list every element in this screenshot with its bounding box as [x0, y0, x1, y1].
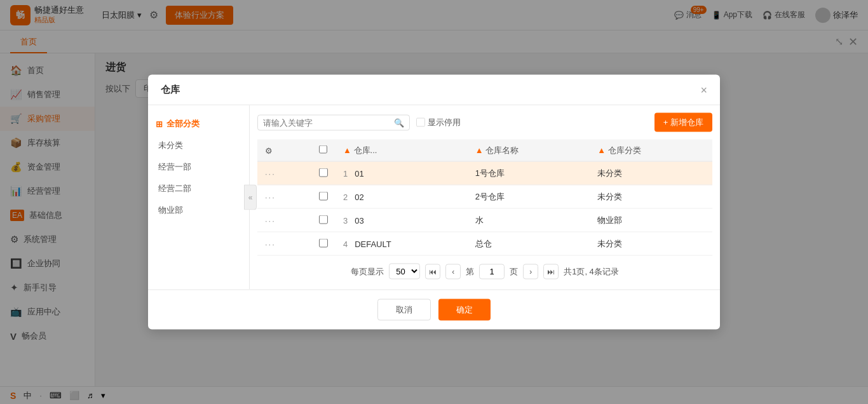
- pagination: 每页显示 50 ⏮ ‹ 第 页 › ⏭ 共1页, 4条记录: [257, 256, 712, 282]
- warehouse-modal: 仓库 × ⊞ 全部分类 未分类 经营一部 经营二部 物业部 « 🔍: [148, 75, 720, 330]
- row-checkbox[interactable]: [319, 215, 328, 224]
- confirm-btn[interactable]: 确定: [438, 299, 491, 321]
- modal-footer: 取消 确定: [148, 290, 720, 330]
- row-category-cell: 未分类: [590, 161, 712, 185]
- row-ellipsis[interactable]: ···: [257, 208, 311, 232]
- category-item-ops1[interactable]: 经营一部: [148, 156, 249, 178]
- modal-title: 仓库: [161, 84, 180, 96]
- category-item-ops2[interactable]: 经营二部: [148, 178, 249, 199]
- row-checkbox[interactable]: [319, 191, 328, 200]
- row-name-cell: 总仓: [468, 232, 590, 255]
- row-ellipsis[interactable]: ···: [257, 185, 311, 208]
- row-num-cell: 2 02: [336, 185, 468, 208]
- page-label: 第: [466, 266, 474, 277]
- search-input[interactable]: [263, 118, 394, 127]
- th-category: ▲ 仓库分类: [590, 140, 712, 162]
- new-warehouse-btn[interactable]: + 新增仓库: [654, 113, 712, 132]
- show-disabled-checkbox[interactable]: [416, 118, 425, 127]
- row-category-cell: 未分类: [590, 185, 712, 208]
- last-page-btn[interactable]: ⏭: [543, 264, 559, 279]
- prev-page-btn[interactable]: ‹: [445, 264, 461, 279]
- category-grid-icon: ⊞: [156, 119, 163, 128]
- cancel-btn[interactable]: 取消: [377, 299, 431, 321]
- row-ellipsis[interactable]: ···: [257, 161, 311, 185]
- per-page-label: 每页显示: [351, 266, 384, 277]
- th-code: ▲ 仓库...: [336, 140, 468, 162]
- th-settings: ⚙: [257, 140, 311, 162]
- current-page-input[interactable]: [479, 264, 505, 279]
- page-summary: 共1页, 4条记录: [564, 266, 619, 277]
- row-checkbox-cell: [311, 185, 336, 208]
- table-row[interactable]: ··· 4 DEFAULT 总仓 未分类: [257, 232, 712, 255]
- row-name-cell: 水: [468, 208, 590, 232]
- category-header-label: 全部分类: [166, 118, 200, 130]
- sort-icon-code: ▲: [343, 145, 351, 155]
- next-page-btn[interactable]: ›: [523, 264, 538, 279]
- show-disabled-label: 显示停用: [428, 117, 461, 128]
- row-num-cell: 4 DEFAULT: [336, 232, 468, 255]
- first-page-btn[interactable]: ⏮: [425, 264, 440, 279]
- row-name-cell: 2号仓库: [468, 185, 590, 208]
- collapse-panel-btn[interactable]: «: [244, 185, 257, 210]
- row-name-cell: 1号仓库: [468, 161, 590, 185]
- table-body: ··· 1 01 1号仓库 未分类 ··· 2 02: [257, 161, 712, 255]
- table-row[interactable]: ··· 1 01 1号仓库 未分类: [257, 161, 712, 185]
- row-checkbox[interactable]: [319, 168, 328, 177]
- modal-body: ⊞ 全部分类 未分类 经营一部 经营二部 物业部 « 🔍 显示停用 + 新增: [148, 105, 720, 290]
- category-panel: ⊞ 全部分类 未分类 经营一部 经营二部 物业部 «: [148, 105, 250, 290]
- th-name: ▲ 仓库名称: [468, 140, 590, 162]
- row-checkbox-cell: [311, 232, 336, 255]
- row-category-cell: 未分类: [590, 232, 712, 255]
- search-icon[interactable]: 🔍: [394, 118, 404, 127]
- category-item-unclassified[interactable]: 未分类: [148, 135, 249, 156]
- table-header-row: ⚙ ▲ 仓库... ▲ 仓库名称 ▲: [257, 140, 712, 162]
- table-row[interactable]: ··· 3 03 水 物业部: [257, 208, 712, 232]
- table-panel: 🔍 显示停用 + 新增仓库 ⚙ ▲: [250, 105, 720, 290]
- warehouse-table: ⚙ ▲ 仓库... ▲ 仓库名称 ▲: [257, 140, 712, 256]
- row-num-cell: 3 03: [336, 208, 468, 232]
- row-num-cell: 1 01: [336, 161, 468, 185]
- row-checkbox-cell: [311, 161, 336, 185]
- modal-close-btn[interactable]: ×: [700, 84, 707, 95]
- page-size-select[interactable]: 50: [389, 264, 420, 279]
- row-category-cell: 物业部: [590, 208, 712, 232]
- select-all-checkbox[interactable]: [319, 145, 327, 154]
- category-header[interactable]: ⊞ 全部分类: [148, 113, 249, 135]
- th-checkbox: [311, 140, 336, 162]
- row-ellipsis[interactable]: ···: [257, 232, 311, 255]
- page-unit-label: 页: [510, 266, 518, 277]
- search-box: 🔍: [257, 114, 410, 130]
- row-checkbox[interactable]: [319, 238, 328, 247]
- modal-header: 仓库 ×: [148, 75, 720, 105]
- table-row[interactable]: ··· 2 02 2号仓库 未分类: [257, 185, 712, 208]
- sort-icon-category: ▲: [597, 145, 606, 155]
- table-toolbar: 🔍 显示停用 + 新增仓库: [257, 113, 712, 132]
- sort-icon-name: ▲: [475, 145, 484, 155]
- show-disabled-checkbox-area[interactable]: 显示停用: [416, 117, 461, 128]
- row-checkbox-cell: [311, 208, 336, 232]
- category-item-property[interactable]: 物业部: [148, 199, 249, 221]
